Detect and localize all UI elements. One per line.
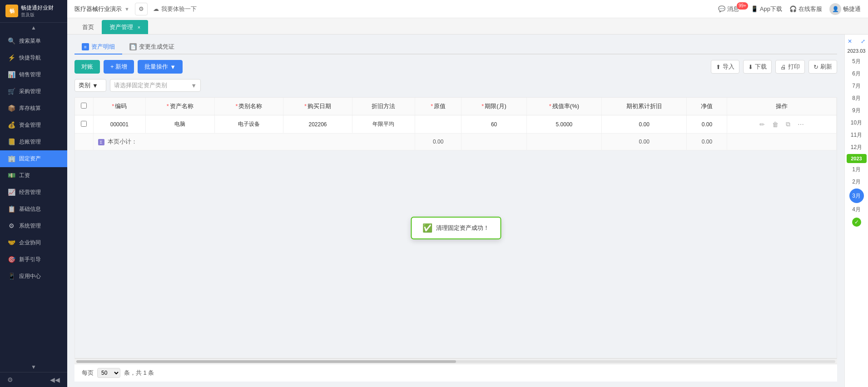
calendar-month-10[interactable]: 10月 bbox=[847, 117, 867, 129]
guide-icon: 🎯 bbox=[7, 256, 15, 263]
more-icon[interactable]: ⋯ bbox=[796, 120, 806, 129]
subtotal-icon: Σ bbox=[98, 139, 104, 145]
main-area: 医疗器械行业演示 ▼ ⚙ ☁ 我要体验一下 💬 消息 99+ 📱 App下载 🎧… bbox=[67, 0, 868, 387]
panel-close-button[interactable]: ✕ bbox=[848, 38, 852, 45]
calendar-month-6[interactable]: 6月 bbox=[847, 68, 867, 79]
sidebar-item-label: 采购管理 bbox=[19, 88, 41, 95]
payroll-icon: 💵 bbox=[7, 172, 15, 179]
toolbar-right: ⬆ 导入 ⬇ 下载 🖨 打印 ↻ 刷新 bbox=[711, 60, 837, 74]
tab-home[interactable]: 首页 bbox=[74, 20, 102, 34]
th-category: *类别名称 bbox=[214, 98, 283, 115]
panel-expand-button[interactable]: ⤢ bbox=[861, 38, 865, 45]
customer-service-button[interactable]: 🎧 在线客服 bbox=[789, 5, 822, 13]
cloud-icon: ☁ bbox=[153, 5, 159, 12]
row-period: 60 bbox=[461, 115, 526, 134]
th-actions: 操作 bbox=[727, 98, 837, 115]
sidebar-item-system[interactable]: ⚙ 系统管理 bbox=[0, 218, 67, 234]
sidebar-item-label: 总账管理 bbox=[19, 138, 41, 146]
avatar: 👤 bbox=[829, 3, 841, 15]
calendar-confirm-button[interactable]: ✓ bbox=[852, 218, 861, 227]
customer-service-label: 在线客服 bbox=[799, 5, 822, 13]
per-page-label: 每页 bbox=[82, 369, 94, 377]
row-residual-rate: 5.0000 bbox=[526, 115, 601, 134]
sidebar-item-purchase[interactable]: 🛒 采购管理 bbox=[0, 83, 67, 100]
new-button[interactable]: + 新增 bbox=[104, 60, 134, 74]
sidebar-item-search[interactable]: 🔍 搜索菜单 bbox=[0, 33, 67, 50]
per-page-select[interactable]: 50 100 200 bbox=[97, 368, 120, 378]
sidebar-item-label: 快捷导航 bbox=[19, 54, 41, 62]
tab-asset-management[interactable]: 资产管理 × bbox=[102, 20, 148, 34]
sidebar-scroll-up[interactable]: ▲ bbox=[0, 23, 67, 33]
calendar-month-11[interactable]: 11月 bbox=[847, 129, 867, 141]
calendar-month-3-current[interactable]: 3月 bbox=[849, 189, 864, 203]
refresh-button[interactable]: ↻ 刷新 bbox=[808, 60, 837, 74]
sidebar-item-basic-info[interactable]: 📋 基础信息 bbox=[0, 201, 67, 218]
collapse-icon[interactable]: ◀◀ bbox=[50, 376, 60, 383]
sidebar-item-inventory[interactable]: 📦 库存核算 bbox=[0, 100, 67, 117]
sidebar-scroll-down[interactable]: ▼ bbox=[0, 362, 67, 372]
app-center-icon: 📱 bbox=[7, 273, 15, 280]
messages-badge: 99+ bbox=[737, 2, 748, 10]
th-residual-rate: *残值率(%) bbox=[526, 98, 601, 115]
scrollbar-thumb[interactable] bbox=[76, 360, 456, 363]
row-checkbox[interactable] bbox=[81, 121, 87, 127]
tab-close-icon[interactable]: × bbox=[138, 25, 140, 30]
refresh-label: 刷新 bbox=[820, 63, 832, 71]
app-download-button[interactable]: 📱 App下载 bbox=[751, 5, 782, 13]
tab-asset-label: 资产管理 bbox=[109, 24, 133, 30]
download-arrow-icon: ⬇ bbox=[748, 64, 753, 70]
calendar-year-2023: 2023 bbox=[847, 154, 867, 163]
user-profile[interactable]: 👤 畅捷通 bbox=[829, 3, 861, 15]
panel-year-month: 2023.03 bbox=[847, 46, 867, 55]
sub-tab-voucher[interactable]: 📄 变更生成凭证 bbox=[122, 40, 182, 55]
filter-row: 类别 ▼ 请选择固定资产类别 ▼ bbox=[74, 79, 837, 92]
calendar-month-9[interactable]: 9月 bbox=[847, 105, 867, 116]
import-button[interactable]: ⬆ 导入 bbox=[711, 60, 739, 74]
sub-tab-asset-detail[interactable]: ≡ 资产明细 bbox=[74, 40, 122, 55]
sidebar-item-payroll[interactable]: 💵 工资 bbox=[0, 167, 67, 184]
sidebar-item-enterprise[interactable]: 🤝 企业协同 bbox=[0, 234, 67, 251]
calendar-month-2[interactable]: 2月 bbox=[847, 176, 867, 188]
select-all-checkbox[interactable] bbox=[81, 103, 87, 109]
category-chevron-icon: ▼ bbox=[92, 82, 98, 89]
horizontal-scrollbar[interactable] bbox=[74, 358, 837, 364]
calendar-month-1[interactable]: 1月 bbox=[847, 164, 867, 175]
topbar: 医疗器械行业演示 ▼ ⚙ ☁ 我要体验一下 💬 消息 99+ 📱 App下载 🎧… bbox=[67, 0, 868, 18]
category-label: 类别 bbox=[79, 81, 90, 89]
sidebar-item-label: 搜索菜单 bbox=[19, 37, 41, 45]
company-selector[interactable]: 医疗器械行业演示 ▼ bbox=[74, 5, 129, 13]
sidebar-item-fixed-assets[interactable]: 🏢 固定资产 bbox=[0, 150, 67, 167]
copy-icon[interactable]: ⧉ bbox=[784, 119, 792, 129]
sidebar-item-label: 应用中心 bbox=[19, 273, 41, 280]
messages-button[interactable]: 💬 消息 99+ bbox=[718, 5, 744, 13]
settings-bottom-icon[interactable]: ⚙ bbox=[7, 376, 13, 383]
experience-button[interactable]: ☁ 我要体验一下 bbox=[153, 5, 197, 13]
print-button[interactable]: 🖨 打印 bbox=[775, 60, 805, 74]
system-icon: ⚙ bbox=[7, 222, 15, 229]
calendar-month-8[interactable]: 8月 bbox=[847, 93, 867, 104]
sidebar-item-app-center[interactable]: 📱 应用中心 bbox=[0, 268, 67, 285]
category-select[interactable]: 类别 ▼ bbox=[74, 79, 106, 92]
edit-icon[interactable]: ✏ bbox=[758, 120, 767, 129]
delete-icon[interactable]: 🗑 bbox=[770, 120, 780, 129]
batch-button[interactable]: 批量操作 ▼ bbox=[138, 60, 183, 74]
sidebar-item-quick-nav[interactable]: ⚡ 快捷导航 bbox=[0, 50, 67, 66]
sidebar-item-guide[interactable]: 🎯 新手引导 bbox=[0, 251, 67, 268]
sidebar-item-operations[interactable]: 📈 经营管理 bbox=[0, 184, 67, 201]
sidebar-bottom: ⚙ ◀◀ bbox=[0, 372, 67, 387]
download-button[interactable]: ⬇ 下载 bbox=[743, 60, 772, 74]
sidebar-item-funds[interactable]: 💰 资金管理 bbox=[0, 117, 67, 134]
sidebar-item-sales[interactable]: 📊 销售管理 bbox=[0, 66, 67, 83]
sidebar-item-label: 经营管理 bbox=[19, 189, 41, 196]
basic-info-icon: 📋 bbox=[7, 205, 15, 213]
subtotal-empty-3 bbox=[526, 134, 601, 150]
duizhang-button[interactable]: 对账 bbox=[74, 60, 100, 74]
category-type-select[interactable]: 请选择固定资产类别 ▼ bbox=[110, 79, 201, 92]
settings-button[interactable]: ⚙ bbox=[135, 3, 148, 15]
batch-chevron-icon: ▼ bbox=[170, 64, 176, 70]
calendar-month-12[interactable]: 12月 bbox=[847, 142, 867, 153]
calendar-month-7[interactable]: 7月 bbox=[847, 80, 867, 92]
calendar-month-4[interactable]: 4月 bbox=[847, 204, 867, 215]
calendar-month-5[interactable]: 5月 bbox=[847, 56, 867, 67]
sidebar-item-ledger[interactable]: 📒 总账管理 bbox=[0, 134, 67, 150]
